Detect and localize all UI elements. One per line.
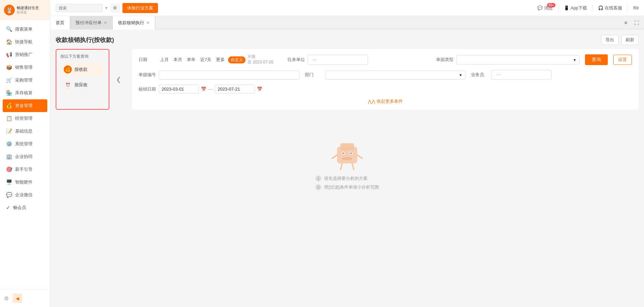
filter-collapse-button[interactable]: ❮ <box>113 49 124 110</box>
nav-icon-quick-nav: 🏠 <box>6 39 12 45</box>
close-tab-button[interactable]: ✕ <box>621 18 631 28</box>
filter-option-receipt-label: 按收款 <box>74 66 88 72</box>
date-prev-month[interactable]: 上月 <box>159 56 170 63</box>
sidebar-logo: 🐰 畅捷通好生意 标准版 <box>0 0 50 20</box>
dept-select[interactable]: ▾ <box>325 70 466 80</box>
sidebar-item-marketing[interactable]: 📢 营销推广 <box>0 48 50 61</box>
filter-option-by-receivable[interactable]: ⏰ 按应收 <box>60 78 105 92</box>
nav-label-smart-hw: 智能硬件 <box>15 179 33 185</box>
counterpart-input[interactable]: ··· <box>308 55 368 65</box>
sidebar-item-quick-nav[interactable]: 🏠 快捷导航 <box>0 36 50 48</box>
settings-small-button[interactable]: 设置 <box>613 55 632 65</box>
tip-num-1: 1 <box>315 175 321 182</box>
sidebar-item-basic-info[interactable]: 📝 基础信息 <box>0 125 50 138</box>
nav-icon-search: 🔍 <box>6 26 12 32</box>
nav-label-finance: 资金管理 <box>15 103 33 109</box>
tabbar: 首页预付冲应付单✕收款核销执行✕ ✕ ⛶ <box>50 16 644 30</box>
sidebar-item-wechat[interactable]: 💬 企业微信 <box>0 189 50 201</box>
logo-title: 畅捷通好生意 <box>17 5 39 10</box>
sidebar-item-biz-mgmt[interactable]: 📋 经营管理 <box>0 112 50 125</box>
sidebar-item-inventory[interactable]: 🏪 库存核算 <box>0 87 50 99</box>
date-to-label: 至 2023-07-26 <box>248 60 273 65</box>
write-off-start-input[interactable] <box>159 85 199 94</box>
calendar-end-icon[interactable]: 📅 <box>257 87 262 92</box>
app-download-button[interactable]: 📱 App下载 <box>564 5 587 11</box>
message-button[interactable]: 💬 消息 99+ <box>537 5 553 11</box>
nav-label-purchase: 采购管理 <box>15 77 33 83</box>
settings-icon[interactable]: ⚙ <box>4 295 9 302</box>
write-off-end-input[interactable] <box>215 85 255 94</box>
empty-tips: 1 请先选择要分析的方案 2 用[过滤]条件来缩小分析范围 <box>315 175 379 190</box>
write-off-date-field: 核销日期 📅 — 📅 <box>139 85 632 94</box>
expand-button[interactable]: ⛶ <box>632 18 641 28</box>
chevron-down-dept-icon: ▾ <box>460 72 462 78</box>
nav-label-basic-info: 基础信息 <box>15 128 33 134</box>
divider <box>558 5 558 11</box>
sidebar-item-finance[interactable]: 💰 资金管理 <box>3 99 47 112</box>
calendar-start-icon[interactable]: 📅 <box>201 87 206 92</box>
tab-home[interactable]: 首页 <box>50 16 70 30</box>
nav-icon-purchase: 🛒 <box>6 77 12 83</box>
logo-icon: 🐰 <box>4 5 15 15</box>
nav-label-marketing: 营销推广 <box>15 52 33 58</box>
query-form: 日期 上月 本月 本年 近7天 更多 自定义 不限 至 2023-07-26 <box>132 49 639 110</box>
filter-sidebar-title: 按以下方案查询 <box>60 54 105 59</box>
tab-receipt-write-off[interactable]: 收款核销执行✕ <box>113 16 155 30</box>
sidebar-item-smart-hw[interactable]: 🖥️ 智能硬件 <box>0 176 50 189</box>
date-7days[interactable]: 近7天 <box>199 56 213 63</box>
search-input[interactable] <box>56 4 103 12</box>
export-button[interactable]: 导出 <box>601 35 619 45</box>
empty-tip-2: 2 用[过滤]条件来缩小分析范围 <box>315 184 379 190</box>
date-separator: — <box>208 87 213 92</box>
online-service-button[interactable]: 🎧 在线客服 <box>598 5 622 11</box>
salesperson-field: 业务员 ··· <box>471 70 632 80</box>
sidebar-item-member[interactable]: ✓ 畅会员 <box>0 201 50 214</box>
sidebar-item-guide[interactable]: 🎯 新手引导 <box>0 163 50 176</box>
doc-type-select[interactable]: ▾ <box>456 55 580 64</box>
close-tab-prepay-write-off[interactable]: ✕ <box>104 20 107 25</box>
sidebar-item-sales[interactable]: 📦 销售管理 <box>0 61 50 74</box>
svg-point-5 <box>350 152 352 154</box>
filter-option-by-receipt[interactable]: 💰 按收款 <box>60 63 105 76</box>
counterpart-label: 往来单位 <box>287 57 305 63</box>
svg-line-10 <box>352 163 354 170</box>
doc-no-input[interactable] <box>159 70 300 80</box>
refresh-button[interactable]: 刷新 <box>621 35 639 45</box>
close-tab-receipt-write-off[interactable]: ✕ <box>146 20 150 25</box>
tabbar-actions: ✕ ⛶ <box>621 18 644 28</box>
date-this-year[interactable]: 本年 <box>185 56 197 63</box>
chevron-down-doc-icon: ▾ <box>574 57 576 62</box>
industry-solution-button[interactable]: 休验行业方案 <box>122 3 158 13</box>
nav-icon-enterprise: 🏢 <box>6 154 12 160</box>
sidebar-item-purchase[interactable]: 🛒 采购管理 <box>0 74 50 87</box>
topbar-right: 💬 消息 99+ 📱 App下载 🎧 在线客服 Rit <box>537 5 639 11</box>
main-area: ▾ ⚙ 休验行业方案 💬 消息 99+ 📱 App下载 🎧 在线客服 Rit <box>50 0 644 307</box>
query-button[interactable]: 查询 <box>585 54 608 65</box>
tab-label-home: 首页 <box>56 20 64 26</box>
gear-icon[interactable]: ⚙ <box>110 3 120 13</box>
tab-prepay-write-off[interactable]: 预付冲应付单✕ <box>70 16 113 30</box>
page-header: 收款核销执行(按收款) 导出 刷新 <box>56 35 639 45</box>
user-name[interactable]: Rit <box>633 5 639 10</box>
logo-text-block: 畅捷通好生意 标准版 <box>17 5 39 15</box>
nav-label-enterprise: 企业协同 <box>15 154 33 160</box>
empty-robot-illustration <box>330 137 364 170</box>
svg-point-4 <box>342 152 344 154</box>
filter-option-receivable-label: 按应收 <box>74 82 88 88</box>
nav-icon-inventory: 🏪 <box>6 90 12 96</box>
collapse-more-button[interactable]: ⋀⋀ 收起更多条件 <box>139 98 632 104</box>
chevron-down-icon[interactable]: ▾ <box>105 5 108 10</box>
sidebar-item-search[interactable]: 🔍 搜索菜单 <box>0 23 50 36</box>
date-label: 日期 <box>139 57 156 63</box>
sidebar-item-sys-mgmt[interactable]: ⚙️ 系统管理 <box>0 138 50 150</box>
nav-icon-basic-info: 📝 <box>6 128 12 134</box>
nav-label-member: 畅会员 <box>13 205 26 211</box>
collapse-sidebar-button[interactable]: ◀ <box>13 294 22 303</box>
nav-icon-wechat: 💬 <box>6 192 12 198</box>
date-this-month[interactable]: 本月 <box>172 56 183 63</box>
sidebar-item-enterprise[interactable]: 🏢 企业协同 <box>0 150 50 163</box>
three-dots-salesperson-icon: ··· <box>496 72 500 78</box>
date-custom-button[interactable]: 自定义 <box>228 56 246 63</box>
date-more[interactable]: 更多 <box>215 56 226 63</box>
salesperson-input[interactable]: ··· <box>491 70 551 80</box>
